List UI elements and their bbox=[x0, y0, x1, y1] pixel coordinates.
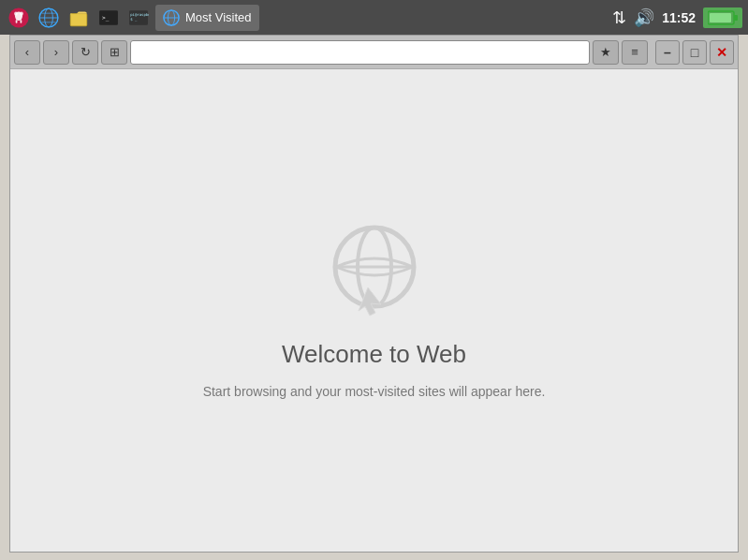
active-window-taskbar[interactable]: Most Visited bbox=[155, 5, 259, 31]
transfer-icon[interactable]: ⇅ bbox=[612, 7, 626, 28]
welcome-title: Welcome to Web bbox=[282, 340, 466, 369]
back-button[interactable]: ‹ bbox=[14, 40, 40, 65]
file-manager-icon[interactable] bbox=[66, 5, 92, 31]
bookmark-button[interactable]: ★ bbox=[593, 40, 619, 65]
taskbar-tray: ⇅ 🔊 11:52 bbox=[612, 7, 742, 28]
svg-rect-23 bbox=[710, 13, 731, 22]
terminal-icon[interactable]: pi@raspberry: ~ $ _ bbox=[125, 5, 152, 31]
close-button[interactable]: ✕ bbox=[710, 40, 734, 65]
svg-rect-12 bbox=[70, 13, 87, 25]
svg-text:$ _: $ _ bbox=[130, 17, 138, 22]
svg-text:>_: >_ bbox=[102, 13, 110, 21]
raspberry-pi-menu-icon[interactable] bbox=[6, 5, 32, 31]
forward-button[interactable]: › bbox=[43, 40, 69, 65]
active-window-label: Most Visited bbox=[185, 10, 252, 24]
minimize-button[interactable]: – bbox=[655, 40, 680, 65]
svg-rect-22 bbox=[734, 15, 738, 21]
address-bar[interactable] bbox=[130, 40, 590, 65]
svg-point-3 bbox=[20, 11, 23, 15]
svg-rect-4 bbox=[16, 20, 18, 23]
browser-window: ‹ › ↻ ⊞ ★ ≡ – □ ✕ bbox=[9, 35, 739, 553]
volume-icon[interactable]: 🔊 bbox=[634, 7, 654, 28]
reload-button[interactable]: ↻ bbox=[72, 40, 98, 65]
maximize-button[interactable]: □ bbox=[682, 40, 707, 65]
browser-content: Welcome to Web Start browsing and your m… bbox=[10, 69, 738, 552]
svg-rect-5 bbox=[21, 20, 22, 23]
browser-toolbar: ‹ › ↻ ⊞ ★ ≡ – □ ✕ bbox=[10, 36, 738, 69]
globe-icon[interactable] bbox=[36, 5, 62, 31]
svg-point-2 bbox=[14, 11, 18, 15]
new-tab-button[interactable]: ⊞ bbox=[101, 40, 127, 65]
taskbar: >_ pi@raspberry: ~ $ _ Most Visited ⇅ 🔊 … bbox=[0, 0, 748, 35]
svg-text:pi@raspberry: ~: pi@raspberry: ~ bbox=[130, 12, 149, 17]
dark-terminal-icon[interactable]: >_ bbox=[95, 5, 122, 31]
browser-menu-button[interactable]: ≡ bbox=[622, 40, 648, 65]
system-clock: 11:52 bbox=[662, 10, 696, 25]
browser-logo bbox=[323, 222, 426, 325]
battery-icon bbox=[703, 7, 742, 28]
welcome-subtitle: Start browsing and your most-visited sit… bbox=[203, 384, 546, 399]
